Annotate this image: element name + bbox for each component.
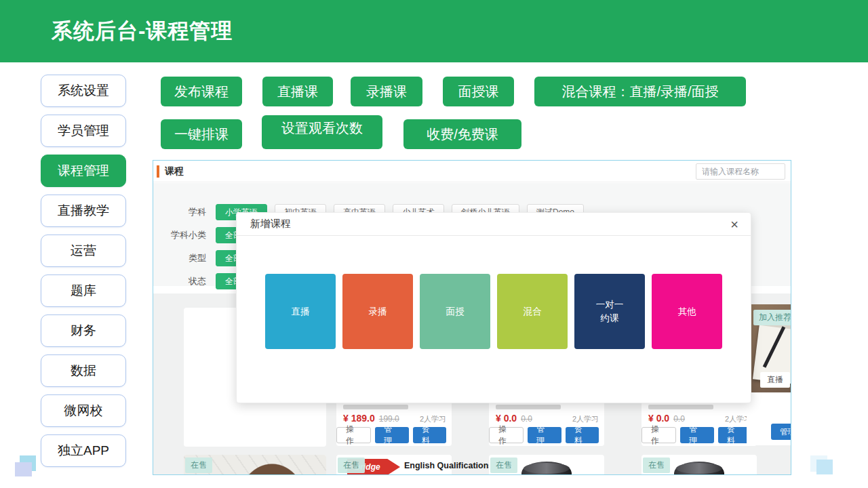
cambridge-title: English Qualifications [404,461,493,470]
modal-title: 新增课程 [250,218,291,230]
filter-label: 学科 [153,206,206,218]
type-card-label: 一对一 [596,298,624,312]
course-card-product[interactable]: 在售 [642,455,757,475]
operate-button[interactable]: 操作 [336,427,371,443]
course-card-product[interactable]: 在售 [489,455,604,475]
course-card-notebook[interactable]: 加入推荐 直播 2人学习 管理 资料 [747,304,791,445]
publish-course-button[interactable]: 发布课程 [161,77,242,106]
course-card-cambridge[interactable]: bridge English Qualifications 在售 [336,455,452,475]
filter-label: 类型 [153,252,206,264]
decoration-square [816,460,833,474]
type-card-label: 录播 [369,305,387,319]
type-card-one-on-one[interactable]: 一对一约课 [574,274,645,349]
manage-button[interactable]: 管理 [771,424,791,440]
student-count: 2人学习 [420,414,446,424]
type-card-mixed[interactable]: 混合 [497,274,568,349]
page-title: 系统后台-课程管理 [52,17,233,45]
on-sale-badge: 在售 [185,458,212,473]
type-card-label: 混合 [524,305,542,319]
one-click-schedule-button[interactable]: 一键排课 [161,119,242,149]
paid-free-course-button[interactable]: 收费/免费课 [403,119,521,149]
operate-button[interactable]: 操作 [489,427,524,443]
course-title-truncated [496,405,561,409]
sidebar-item-student-management[interactable]: 学员管理 [41,115,126,147]
recorded-course-button[interactable]: 录播课 [351,77,422,106]
course-old-price: 0.0 [673,414,685,424]
offline-course-button[interactable]: 面授课 [443,77,514,106]
decoration-square [15,462,32,476]
type-card-label: 面授 [446,305,465,319]
student-count: 2人学习 [572,414,599,424]
sidebar-item-standalone-app[interactable]: 独立APP [41,434,126,467]
course-type-cards: 直播 录播 面授 混合 一对一约课 其他 [265,274,722,349]
page: 系统后台-课程管理 系统设置 学员管理 课程管理 直播教学 运营 题库 财务 数… [0,0,868,488]
sidebar-item-data[interactable]: 数据 [41,354,126,387]
on-sale-badge: 在售 [643,458,670,473]
manage-button[interactable]: 管理 [375,427,408,443]
set-view-count-button[interactable]: 设置观看次数 [262,115,382,149]
course-title-truncated [648,405,713,409]
sidebar-item-finance[interactable]: 财务 [41,314,126,347]
course-price: ¥ 0.0 [496,413,517,424]
type-card-live[interactable]: 直播 [265,274,336,349]
course-old-price: 199.0 [379,414,399,424]
type-card-recorded[interactable]: 录播 [342,274,413,349]
type-card-offline[interactable]: 面授 [420,274,490,349]
product-image [674,462,724,475]
live-type-badge: 直播 [760,372,790,388]
course-title-truncated [343,405,408,409]
sidebar-item-live-teaching[interactable]: 直播教学 [41,195,126,227]
material-button[interactable]: 资料 [566,427,599,443]
sidebar-item-micro-school[interactable]: 微网校 [41,394,126,427]
live-course-button[interactable]: 直播课 [262,77,333,106]
product-image [521,462,572,475]
type-card-label: 直播 [292,305,310,319]
material-button[interactable]: 资料 [413,427,446,443]
add-course-modal: 新增课程 × 直播 录播 面授 混合 一对一约课 其他 [236,212,751,403]
sidebar-item-question-bank[interactable]: 题库 [41,274,126,307]
title-accent-bar [157,165,159,178]
panel-header: 课程 [153,161,791,182]
course-old-price: 0.0 [521,414,532,424]
course-card-photo[interactable]: 在售 [184,455,326,475]
modal-header: 新增课程 × [237,213,751,236]
sidebar: 系统设置 学员管理 课程管理 直播教学 运营 题库 财务 数据 微网校 独立AP… [41,75,126,474]
course-price: ¥ 189.0 [343,413,375,424]
manage-button[interactable]: 管理 [680,427,713,443]
type-card-label: 其他 [678,305,696,319]
filter-label: 状态 [153,275,206,287]
filter-label: 学科小类 [153,229,206,241]
on-sale-badge: 在售 [338,458,365,473]
add-recommend-badge[interactable]: 加入推荐 [753,310,791,325]
panel-title: 课程 [165,165,184,178]
type-card-other[interactable]: 其他 [652,274,722,349]
page-header: 系统后台-课程管理 [0,0,868,62]
sidebar-item-operations[interactable]: 运营 [41,235,126,267]
close-icon[interactable]: × [730,216,738,232]
course-search-input[interactable] [696,163,785,180]
sidebar-item-system-settings[interactable]: 系统设置 [41,75,126,107]
on-sale-badge: 在售 [490,458,517,473]
mixed-course-button[interactable]: 混合课程：直播/录播/面授 [534,77,746,106]
sidebar-item-course-management[interactable]: 课程管理 [41,155,126,187]
operate-button[interactable]: 操作 [642,427,676,443]
course-price: ¥ 0.0 [648,413,669,424]
manage-button[interactable]: 管理 [528,427,561,443]
